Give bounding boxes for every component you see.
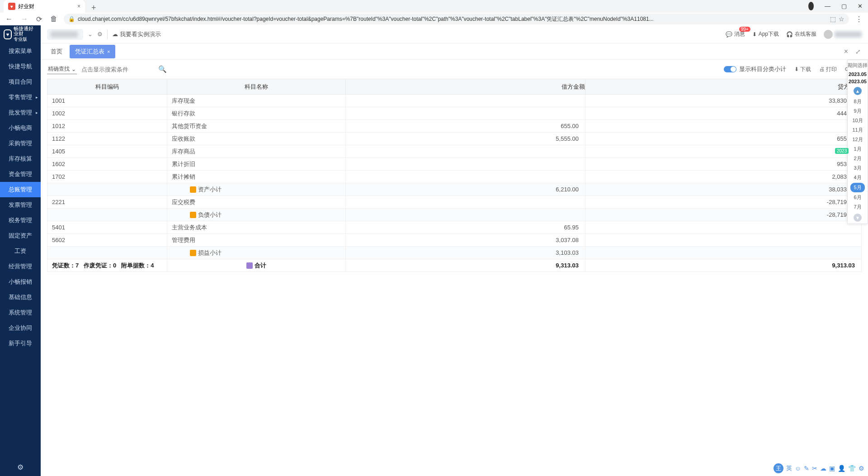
ime-person-icon[interactable]: 👤 — [838, 465, 845, 472]
header-credit[interactable]: 贷方金额 — [585, 79, 861, 95]
period-up-icon[interactable]: ▲ — [854, 87, 862, 95]
period-month[interactable]: 8月 — [848, 97, 868, 106]
period-month[interactable]: 9月 — [848, 106, 868, 116]
close-tab-icon[interactable]: × — [77, 3, 80, 10]
table-row[interactable]: 负债小计-28,719.98 — [47, 209, 862, 221]
sidebar-item[interactable]: 固定资产 — [0, 228, 41, 243]
period-month[interactable]: 3月 — [848, 163, 868, 173]
star-icon[interactable]: ☆ — [839, 15, 844, 23]
sidebar-item[interactable]: 搜索菜单 — [0, 43, 41, 59]
back-button[interactable]: ← — [4, 15, 14, 23]
table-row[interactable]: 1702累计摊销2,083.33 — [47, 171, 862, 183]
table-row[interactable]: 1602累计折旧953.75 — [47, 158, 862, 171]
gear-icon[interactable]: ⚙ — [97, 31, 103, 38]
reload-button[interactable]: ⟳ — [34, 15, 44, 24]
period-to[interactable]: 2023.05 — [848, 78, 868, 85]
table-row[interactable]: 1405库存商品65.95 — [47, 145, 862, 158]
sidebar-item[interactable]: 发票管理 — [0, 197, 41, 213]
ime-shirt-icon[interactable]: 👕 — [848, 465, 856, 472]
ime-scissors-icon[interactable]: ✂ — [812, 465, 817, 472]
app-download-button[interactable]: ⬇ App下载 — [752, 30, 779, 38]
sidebar-item[interactable]: 零售管理 — [0, 90, 41, 105]
period-month[interactable]: 11月 — [848, 125, 868, 135]
table-row[interactable]: 资产小计6,210.0038,033.01 — [47, 183, 862, 196]
sidebar-item[interactable]: 企业协同 — [0, 320, 41, 336]
sidebar-item[interactable]: 基础信息 — [0, 290, 41, 305]
table-row[interactable]: 5602管理费用3,037.08 — [47, 234, 862, 247]
ime-smile-icon[interactable]: ☺ — [795, 465, 801, 472]
sidebar-item[interactable]: 采购管理 — [0, 136, 41, 151]
sidebar-item[interactable]: 库存核算 — [0, 151, 41, 167]
period-month[interactable]: 6月 — [848, 193, 868, 202]
sidebar-item[interactable]: 快捷导航 — [0, 59, 41, 74]
user-menu[interactable] — [824, 30, 862, 39]
window-close-icon[interactable]: ✕ — [855, 2, 865, 10]
sidebar-item[interactable]: 项目合同 — [0, 74, 41, 90]
search-input[interactable] — [81, 66, 154, 73]
ime-edit-icon[interactable]: ✎ — [804, 465, 809, 472]
address-bar[interactable]: 🔒 cloud.chanjet.com/cc/u6d89qwnryel/57bf… — [64, 14, 849, 24]
period-month[interactable]: 1月 — [848, 144, 868, 154]
ime-cloud-icon[interactable]: ☁ — [820, 465, 826, 472]
table-row[interactable]: 1012其他货币资金655.00 — [47, 120, 862, 133]
sidebar-item[interactable]: 税务管理 — [0, 213, 41, 228]
install-icon[interactable]: ⬚ — [830, 15, 836, 23]
period-month[interactable]: 4月 — [848, 173, 868, 182]
table-row[interactable]: 1002银行存款444.00 — [47, 107, 862, 120]
download-button[interactable]: ⬇下载 — [794, 66, 811, 73]
sidebar-item[interactable]: 资金管理 — [0, 167, 41, 182]
new-tab-button[interactable]: + — [89, 3, 99, 13]
table-row[interactable]: 5401主营业务成本65.95 — [47, 221, 862, 234]
tab-home[interactable]: 首页 — [45, 45, 68, 58]
sidebar-item[interactable]: 小畅电商 — [0, 120, 41, 136]
online-service-button[interactable]: 🎧 在线客服 — [786, 30, 816, 38]
period-month[interactable]: 12月 — [848, 135, 868, 144]
ime-settings-icon[interactable]: ⚙ — [859, 465, 864, 472]
sidebar-item[interactable]: 批发管理 — [0, 105, 41, 120]
delete-icon[interactable]: 🗑 — [48, 15, 59, 23]
tab-voucher-total[interactable]: 凭证汇总表 × — [70, 45, 115, 58]
demo-link[interactable]: ☁ 我要看实例演示 — [112, 30, 161, 38]
period-down-icon[interactable]: ▼ — [854, 214, 862, 222]
ime-lang[interactable]: 英 — [786, 464, 792, 472]
subtotal-toggle[interactable] — [724, 66, 736, 72]
table-row[interactable]: 2221应交税费-28,719.98 — [47, 196, 862, 209]
period-from[interactable]: 2023.05 — [848, 71, 868, 78]
table-row[interactable]: 1122应收账款5,555.00655.00 — [47, 133, 862, 145]
ime-user-icon[interactable]: 王 — [774, 463, 783, 473]
period-month[interactable]: 2月 — [848, 154, 868, 163]
sidebar-item[interactable]: 工资 — [0, 243, 41, 259]
browser-tab[interactable]: ♥ 好业财 × — [4, 0, 85, 13]
period-month[interactable]: 7月 — [848, 202, 868, 212]
close-tab-icon[interactable]: × — [107, 49, 110, 54]
ime-image-icon[interactable]: ▣ — [829, 465, 835, 472]
maximize-icon[interactable]: ▢ — [839, 2, 849, 10]
header-name[interactable]: 科目名称 — [167, 79, 346, 95]
org-selector[interactable] — [47, 29, 83, 40]
table-row[interactable]: 损益小计3,103.03 — [47, 247, 862, 259]
chevron-down-icon[interactable]: ⌄ — [88, 31, 93, 38]
period-month[interactable]: 10月 — [848, 116, 868, 125]
table-row[interactable]: 1001库存现金33,830.98 — [47, 95, 862, 107]
close-all-tabs-icon[interactable]: × — [841, 48, 851, 56]
header-debit[interactable]: 借方金额 — [346, 79, 585, 95]
sidebar-item[interactable]: 总账管理 — [0, 182, 41, 197]
settings-icon[interactable]: ⚙ — [0, 458, 41, 476]
sidebar-item[interactable]: 经营管理 — [0, 259, 41, 274]
lock-icon: 🔒 — [68, 16, 75, 22]
forward-button[interactable]: → — [19, 15, 30, 23]
sidebar-item[interactable]: 小畅报销 — [0, 274, 41, 290]
search-icon[interactable]: 🔍 — [158, 65, 167, 73]
precise-search-toggle[interactable]: 精确查找 ⌄ — [47, 64, 77, 74]
menu-icon[interactable]: ⋮ — [854, 15, 864, 24]
print-button[interactable]: 🖨打印 — [819, 66, 837, 73]
period-month[interactable]: 5月 — [850, 183, 865, 192]
expand-icon[interactable]: ⤢ — [853, 48, 863, 55]
folder-icon — [190, 212, 196, 218]
header-code[interactable]: 科目编码 — [47, 79, 167, 95]
sidebar-item[interactable]: 系统管理 — [0, 305, 41, 320]
minimize-icon[interactable]: — — [822, 2, 833, 10]
message-button[interactable]: 💬 消息 99+ — [726, 30, 745, 38]
profile-icon[interactable] — [806, 2, 816, 10]
sidebar-item[interactable]: 新手引导 — [0, 336, 41, 351]
